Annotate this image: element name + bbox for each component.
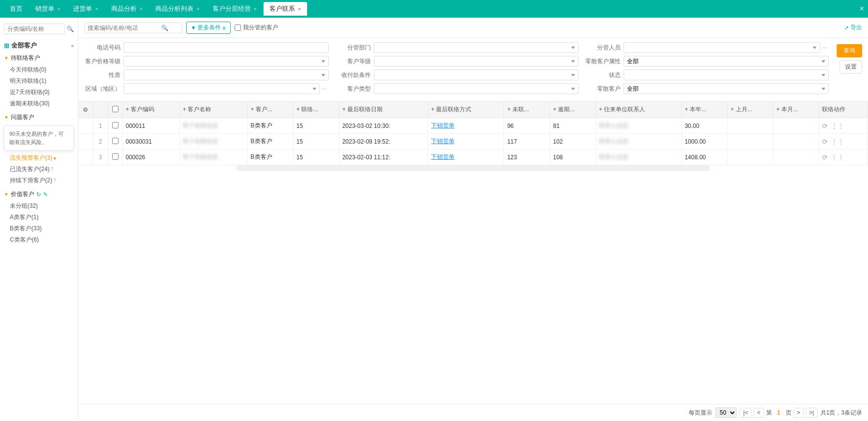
close-tab-sales[interactable]: ×	[57, 6, 60, 12]
row-checkbox[interactable]	[112, 153, 119, 160]
filter-phone-input[interactable]	[123, 42, 329, 53]
tab-home[interactable]: 首页	[4, 2, 28, 16]
row-checkbox-cell[interactable]	[108, 149, 122, 165]
row-last-way-link[interactable]: 下销货单	[431, 122, 455, 129]
row-last-date: 2023-03-02 10:30:	[339, 118, 428, 134]
prev-page-button[interactable]: <	[753, 408, 764, 418]
th-last-month[interactable]: + 上月...	[727, 101, 773, 118]
th-last-way[interactable]: + 最后联络方式	[428, 101, 504, 118]
row-checkbox[interactable]	[112, 122, 119, 128]
sidebar-item-declining[interactable]: 持续下滑客户(2) ?	[0, 175, 78, 186]
filter-type-select[interactable]	[374, 83, 579, 94]
th-checkbox[interactable]	[108, 101, 122, 118]
sidebar-item-class-c[interactable]: C类客户(6)	[0, 234, 78, 246]
tab-analysis[interactable]: 商品分析 ×	[105, 2, 148, 16]
sidebar-item-churn-warning[interactable]: 流失预警客户(3) ●	[0, 152, 78, 164]
row-this-year: 30.00	[681, 118, 727, 134]
action-more-icon[interactable]: ⋮⋮	[831, 153, 844, 161]
th-settings[interactable]: ⚙	[78, 101, 93, 118]
close-tab-customer-layer[interactable]: ×	[254, 6, 257, 12]
filter-retail-select[interactable]: 全部	[624, 56, 829, 67]
more-conditions-button[interactable]: ▼ 更多条件 ∧	[186, 22, 231, 34]
filter-nature-select[interactable]	[123, 70, 329, 80]
close-tab-customer-contact[interactable]: ×	[298, 6, 301, 12]
filter-price-select[interactable]	[123, 56, 329, 67]
sidebar-search-icon: 🔍	[67, 25, 74, 32]
tooltip-churn-warning: 90天未交易的客户，可能有流失风险。	[4, 125, 74, 150]
row-checkbox[interactable]	[112, 138, 119, 144]
next-page-button[interactable]: >	[794, 408, 804, 418]
filter-person-more[interactable]: ···	[820, 44, 829, 51]
sidebar-all-customers[interactable]: ⊞ 全部客户 «	[0, 39, 78, 52]
filter-status-select[interactable]	[624, 70, 829, 80]
refresh-icon[interactable]: ↻	[36, 191, 41, 198]
per-page-select[interactable]: 50	[715, 407, 737, 418]
sidebar-item-today[interactable]: 今天待联络(0)	[0, 64, 78, 75]
row-checkbox-cell[interactable]	[108, 134, 122, 149]
th-name[interactable]: + 客户名称	[179, 101, 247, 118]
action-link-icon[interactable]: ⟳	[822, 153, 828, 161]
row-last-way-link[interactable]: 下销货单	[431, 153, 455, 160]
filter-retail2-select[interactable]: 全部	[624, 83, 829, 94]
tab-sales[interactable]: 销货单 ×	[29, 2, 66, 16]
th-this-year[interactable]: + 本年...	[681, 101, 727, 118]
th-unlinked[interactable]: + 未联...	[504, 101, 550, 118]
select-all-checkbox[interactable]	[112, 106, 119, 112]
filter-status: 状态	[584, 70, 829, 80]
sidebar-item-churned[interactable]: 已流失客户(24) ?	[0, 164, 78, 175]
filter-region-select[interactable]	[123, 83, 320, 94]
th-overdue[interactable]: + 逾期...	[550, 101, 596, 118]
close-tab-analysis-list[interactable]: ×	[196, 6, 199, 12]
edit-icon[interactable]: ✎	[43, 191, 48, 198]
action-more-icon[interactable]: ⋮⋮	[831, 138, 844, 146]
row-num: 1	[93, 118, 108, 134]
close-all-tabs[interactable]: ×	[860, 4, 864, 13]
content-area: 🔍 ▼ 更多条件 ∧ 我分管的客户 ↗ 导出	[78, 18, 868, 421]
row-checkbox-cell[interactable]	[108, 118, 122, 134]
last-page-button[interactable]: >|	[806, 408, 818, 418]
settings-button[interactable]: 设置	[840, 60, 862, 74]
th-last-date[interactable]: + 最后联络日期	[339, 101, 428, 118]
action-link-icon[interactable]: ⟳	[822, 138, 828, 146]
filter-level-select[interactable]	[374, 56, 579, 67]
section-pending-contact-title[interactable]: ▼ 待联络客户	[0, 52, 78, 64]
filter-person-select[interactable]	[624, 42, 820, 53]
th-code[interactable]: + 客户编码	[122, 101, 179, 118]
sidebar-item-class-b[interactable]: B类客户(33)	[0, 223, 78, 234]
first-page-button[interactable]: |<	[740, 408, 751, 418]
query-button[interactable]: 查询	[837, 44, 862, 57]
question-icon-2: ?	[53, 178, 56, 183]
filter-region-more[interactable]: ···	[320, 85, 329, 92]
filter-dept-select[interactable]	[374, 42, 579, 53]
sidebar-item-overdue-contact[interactable]: 逾期未联络(30)	[0, 98, 78, 109]
row-last-way-link[interactable]: 下销货单	[431, 138, 455, 145]
section-value-title[interactable]: ▼ 价值客户 ↻ ✎	[0, 188, 78, 200]
th-type[interactable]: + 客户...	[247, 101, 293, 118]
tab-purchase[interactable]: 进货单 ×	[67, 2, 104, 16]
th-contact[interactable]: + 联络...	[293, 101, 339, 118]
filter-payment-select[interactable]	[374, 70, 579, 80]
my-customer-checkbox[interactable]: 我分管的客户	[235, 24, 278, 32]
th-this-month[interactable]: + 本月...	[773, 101, 819, 118]
tab-analysis-list[interactable]: 商品分析列表 ×	[149, 2, 205, 16]
row-this-month	[773, 134, 819, 149]
sidebar-item-tomorrow[interactable]: 明天待联络(1)	[0, 75, 78, 87]
toolbar-search-button[interactable]: 🔍	[161, 25, 169, 31]
section-problem-title[interactable]: ▼ 问题客户	[0, 111, 78, 124]
tab-customer-layer[interactable]: 客户分层经营 ×	[207, 2, 263, 16]
sidebar-item-class-a[interactable]: A类客户(1)	[0, 212, 78, 223]
action-more-icon[interactable]: ⋮⋮	[831, 122, 844, 130]
th-person[interactable]: + 往来单位联系人	[596, 101, 681, 118]
tab-customer-contact[interactable]: 客户联系 ×	[264, 2, 307, 16]
sidebar-item-unclassified[interactable]: 未分组(32)	[0, 200, 78, 212]
sidebar-search-input[interactable]	[4, 24, 65, 34]
toolbar-search-input[interactable]	[88, 25, 161, 31]
my-customer-check[interactable]	[235, 25, 241, 31]
close-tab-analysis[interactable]: ×	[140, 6, 143, 12]
row-this-month	[773, 149, 819, 165]
horizontal-scrollbar[interactable]	[236, 165, 710, 171]
action-link-icon[interactable]: ⟳	[822, 122, 828, 130]
sidebar-item-7days[interactable]: 近7天待联络(0)	[0, 87, 78, 98]
export-button[interactable]: ↗ 导出	[844, 24, 862, 32]
close-tab-purchase[interactable]: ×	[95, 6, 98, 12]
